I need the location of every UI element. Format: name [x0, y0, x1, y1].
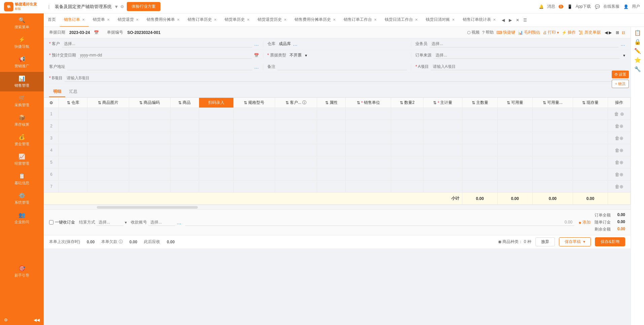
shortcut-btn[interactable]: ⌨ 快捷键 [496, 30, 515, 35]
sidebar-item-operations[interactable]: 📈 经营管理 [0, 150, 44, 169]
subtab-detail[interactable]: 明细 [49, 87, 65, 97]
row-1-customer-code[interactable] [275, 108, 317, 120]
row-1-image[interactable] [87, 108, 129, 120]
profit-btn[interactable]: 📊 毛利预估 [518, 30, 540, 35]
staff-input[interactable] [429, 40, 618, 47]
col-customer-code[interactable]: ⇅ 客户... ⓘ [275, 98, 317, 108]
row-6-copy-icon[interactable]: ⊕ [619, 172, 623, 177]
col-current-qty[interactable]: ⇅ 现存量 [573, 98, 608, 108]
row-1-code[interactable] [129, 108, 170, 120]
row-2-delete-icon[interactable]: 🗑 [615, 123, 619, 129]
col-image[interactable]: ⇅ 商品图片 [87, 98, 129, 108]
row-1-qty2[interactable] [391, 108, 423, 120]
customer-address-more-icon[interactable]: … [254, 64, 259, 70]
operate-btn[interactable]: ⚡ 操作 [562, 30, 576, 35]
row-5-copy-icon[interactable]: ⊕ [619, 160, 623, 165]
row-7-delete-icon[interactable]: 🗑 [615, 184, 619, 189]
row-1-main-unit[interactable] [423, 108, 462, 120]
tab-sales-return-history-close[interactable]: ✕ [284, 18, 287, 22]
print-btn[interactable]: 🖨 打印 ▾ [543, 30, 559, 35]
sidebar-item-search[interactable]: 🔍 搜索菜单 [0, 13, 44, 33]
tab-sales-goods-history-close[interactable]: ✕ [247, 18, 250, 22]
row-6-delete-icon[interactable]: 🗑 [615, 172, 619, 177]
row-5-delete-icon[interactable]: 🗑 [615, 160, 619, 165]
col-spec[interactable]: ⇅ 规格型号 [233, 98, 275, 108]
panel-icon-4[interactable]: ⭐ [634, 57, 641, 63]
tab-more-btn[interactable]: ☰ [521, 13, 529, 27]
amount-input[interactable] [185, 219, 574, 226]
system-dropdown-icon[interactable]: ▾ [115, 3, 118, 10]
row-4-delete-icon[interactable]: 🗑 [615, 148, 619, 153]
row-1-copy-icon[interactable]: ⊕ [620, 111, 624, 117]
sidebar-item-enterprise[interactable]: 👥 企业协同 [0, 208, 44, 228]
tab-sales-stats-close[interactable]: ✕ [493, 18, 496, 22]
tab-sales-goods-history[interactable]: 销货单历史 ✕ [221, 13, 254, 27]
one-click-checkbox[interactable] [49, 220, 53, 225]
message-area[interactable]: 🔔 消息 9 [539, 4, 563, 9]
col-available-qty2[interactable]: ⇅ 可用量... [532, 98, 573, 108]
col-available-qty[interactable]: ⇅ 可用量 [497, 98, 532, 108]
col-warehouse[interactable]: ⇅ 仓库 [59, 98, 87, 108]
sidebar-item-system[interactable]: ⚙️ 系统管理 [0, 189, 44, 208]
delivery-date-input[interactable] [78, 52, 252, 59]
staff-more-icon[interactable]: … [620, 41, 625, 47]
order-source-input[interactable] [433, 52, 620, 59]
a-project-input[interactable] [431, 63, 625, 70]
add-btn[interactable]: ● 添加 [578, 219, 590, 225]
sidebar-item-guide[interactable]: 🎯 新手引导 [0, 262, 44, 281]
col-main-qty[interactable]: ⇅ 主数量 [462, 98, 497, 108]
sidebar-item-sales[interactable]: 📊 销售管理 [0, 72, 44, 91]
panel-icon-5[interactable]: 🔧 [634, 66, 641, 72]
col-settings[interactable]: ⚙ [44, 98, 59, 108]
sidebar-item-inventory[interactable]: 📦 库存核算 [0, 111, 44, 130]
tab-sales-expense-history[interactable]: 销售费用分摊单历史 ✕ [291, 13, 340, 27]
col-unit[interactable]: ⇅ *销售单位 [346, 98, 391, 108]
row-1-current-qty[interactable] [573, 108, 608, 120]
app-download[interactable]: 📱 App下载 [567, 4, 591, 9]
tab-sales-expense-history-close[interactable]: ✕ [333, 18, 336, 22]
delivery-date-calendar-icon[interactable]: 📅 [254, 53, 259, 58]
save-draft-btn[interactable]: 保存草稿 ▾ [559, 237, 591, 246]
tab-sales-goods[interactable]: 销货单 ✕ [89, 13, 114, 27]
col-main-unit[interactable]: ⇅ *主计量 [423, 98, 462, 108]
view-btn[interactable]: ⬡ 视频 [467, 30, 480, 35]
col-product[interactable]: ⇅ 商品 [170, 98, 199, 108]
tab-sales-expense-close[interactable]: ✕ [177, 18, 180, 22]
row-1-main-qty[interactable] [462, 108, 497, 120]
tab-sales-order-history-close[interactable]: ✕ [214, 18, 217, 22]
tab-cash-workbench-close[interactable]: ✕ [415, 18, 418, 22]
tab-sales-order-history[interactable]: 销售订单历史 ✕ [184, 13, 221, 27]
user-area[interactable]: 👤 用户 [623, 4, 640, 9]
online-service[interactable]: 💬 在线客服 [595, 4, 619, 9]
payment-method-input[interactable] [97, 219, 123, 226]
tab-sales-stats[interactable]: 销售订单统计表 ✕ [459, 13, 500, 27]
col-qty2[interactable]: ⇅ 数量2 [391, 98, 423, 108]
tab-sales-return[interactable]: 销货退货 ✕ [114, 13, 143, 27]
order-source-dropdown-icon[interactable]: ▾ [623, 53, 625, 58]
note-input[interactable] [277, 63, 407, 70]
calendar-icon[interactable]: 📅 [94, 30, 99, 35]
col-code[interactable]: ⇅ 商品编码 [129, 98, 170, 108]
payment-dropdown-icon[interactable]: ▾ [125, 220, 127, 225]
tab-sales-expense[interactable]: 销售费用分摊单 ✕ [143, 13, 184, 27]
sidebar-item-marketing[interactable]: 📢 营销推广 [0, 52, 44, 72]
col-attr[interactable]: ⇅ 属性 [317, 98, 345, 108]
sidebar-item-quicknav[interactable]: ⚡ 快捷导航 [0, 33, 44, 52]
sidebar-collapse-icon[interactable]: ◀◀ [34, 318, 40, 322]
tab-sales-order[interactable]: 销售订单 ✕ [60, 13, 89, 27]
sidebar-item-purchase[interactable]: 🛒 采购管理 [0, 91, 44, 111]
discard-btn[interactable]: 放弃 [535, 237, 555, 246]
row-2-copy-icon[interactable]: ⊕ [619, 123, 623, 129]
add-material-btn[interactable]: + 物流 [612, 80, 629, 88]
tab-sales-order-close[interactable]: ✕ [82, 18, 85, 22]
row-1-spec[interactable] [233, 108, 275, 120]
row-1-unit[interactable] [346, 108, 391, 120]
sidebar-item-finance[interactable]: 💰 资金管理 [0, 130, 44, 150]
row-1-delete-icon[interactable]: 🗑 [614, 111, 619, 117]
row-4-copy-icon[interactable]: ⊕ [619, 148, 623, 153]
tab-home[interactable]: 首页 [44, 13, 60, 27]
expand-btn[interactable]: ⊟ [622, 30, 625, 35]
save-new-btn[interactable]: 保存&新增 [595, 237, 625, 246]
tab-next-btn[interactable]: ▶ [507, 13, 514, 27]
tab-sales-return-close[interactable]: ✕ [136, 18, 139, 22]
